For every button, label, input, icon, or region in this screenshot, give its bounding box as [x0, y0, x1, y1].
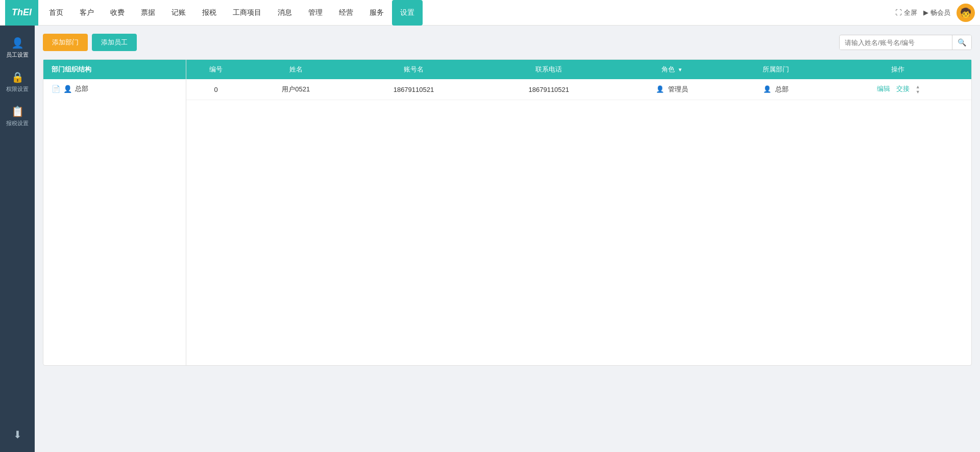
- sidebar-item-权限设置[interactable]: 🔒 权限设置: [0, 65, 35, 99]
- nav-items: 首页客户收费票据记账报税工商项目消息管理经营服务设置: [41, 0, 895, 26]
- download-icon: ⬇: [13, 429, 22, 441]
- logo: ThEI: [5, 0, 38, 26]
- col-header-role: 角色 ▼: [617, 60, 728, 79]
- member-icon: ▶: [923, 9, 928, 16]
- fullscreen-button[interactable]: ⛶ 全屏: [895, 8, 917, 17]
- nav-item-收费[interactable]: 收费: [102, 0, 133, 26]
- role-filter-icon[interactable]: ▼: [678, 67, 683, 73]
- user-icon: 👤: [63, 85, 72, 93]
- table-body: 0 用户0521 18679110521 18679110521: [186, 79, 971, 100]
- layout: 👤 员工设置 🔒 权限设置 📋 报税设置 ⬇ 添加部门 添加员工 🔍: [0, 26, 980, 452]
- col-header-dept: 所属部门: [728, 60, 824, 79]
- sidebar-item-报税设置[interactable]: 📋 报税设置: [0, 99, 35, 133]
- nav-item-经营[interactable]: 经营: [331, 0, 361, 26]
- col-header-action: 操作: [824, 60, 971, 79]
- col-header-name: 姓名: [246, 60, 346, 79]
- cell-role: 👤 管理员: [617, 79, 728, 100]
- search-button[interactable]: 🔍: [952, 35, 971, 50]
- col-header-id: 编号: [186, 60, 246, 79]
- nav-item-工商项目[interactable]: 工商项目: [225, 0, 270, 26]
- sidebar-icon: 🔒: [11, 71, 24, 83]
- sidebar-item-download[interactable]: ⬇: [13, 422, 22, 447]
- table-head: 编号 姓名 账号名 联系电话 角: [186, 60, 971, 79]
- avatar[interactable]: 🧒: [957, 4, 975, 22]
- nav-item-管理[interactable]: 管理: [300, 0, 331, 26]
- cell-phone: 18679110521: [481, 79, 617, 100]
- member-button[interactable]: ▶ 畅会员: [923, 8, 950, 17]
- edit-link[interactable]: 编辑: [877, 85, 890, 92]
- tree-item-root[interactable]: 📄 👤 总部: [43, 79, 186, 99]
- sidebar-icon: 📋: [11, 105, 24, 117]
- cell-dept: 👤 总部: [728, 79, 824, 100]
- search-box: 🔍: [839, 35, 972, 50]
- sidebar-item-label: 权限设置: [6, 85, 29, 93]
- tree-panel: 部门组织结构 📄 👤 总部: [43, 60, 186, 365]
- nav-item-首页[interactable]: 首页: [41, 0, 71, 26]
- sidebar-icon: 👤: [11, 37, 24, 49]
- nav-item-消息[interactable]: 消息: [270, 0, 300, 26]
- scroll-arrows: ▲ ▼: [916, 84, 920, 94]
- cell-action: 编辑 交接 ▲ ▼: [824, 79, 971, 100]
- sidebar: 👤 员工设置 🔒 权限设置 📋 报税设置 ⬇: [0, 26, 35, 452]
- top-nav: ThEI 首页客户收费票据记账报税工商项目消息管理经营服务设置 ⛶ 全屏 ▶ 畅…: [0, 0, 980, 26]
- sidebar-item-员工设置[interactable]: 👤 员工设置: [0, 31, 35, 65]
- dept-user-icon: 👤: [763, 85, 771, 93]
- fullscreen-icon: ⛶: [895, 9, 902, 16]
- content-panel: 部门组织结构 📄 👤 总部 编号: [43, 59, 972, 366]
- toolbar: 添加部门 添加员工 🔍: [43, 34, 972, 51]
- col-header-phone: 联系电话: [481, 60, 617, 79]
- add-dept-button[interactable]: 添加部门: [43, 34, 88, 51]
- sidebar-item-label: 员工设置: [6, 51, 29, 59]
- search-icon: 🔍: [958, 38, 966, 46]
- nav-item-记账[interactable]: 记账: [163, 0, 194, 26]
- nav-item-报税[interactable]: 报税: [194, 0, 225, 26]
- col-header-account: 账号名: [346, 60, 481, 79]
- main-content: 添加部门 添加员工 🔍 部门组织结构 📄 👤 总部: [35, 26, 980, 452]
- nav-item-票据[interactable]: 票据: [133, 0, 163, 26]
- nav-item-设置[interactable]: 设置: [392, 0, 423, 26]
- add-employee-button[interactable]: 添加员工: [92, 34, 137, 51]
- employee-table: 编号 姓名 账号名 联系电话 角: [186, 60, 971, 100]
- cell-name: 用户0521: [246, 79, 346, 100]
- nav-right: ⛶ 全屏 ▶ 畅会员 🧒: [895, 4, 975, 22]
- file-icon: 📄: [52, 85, 60, 93]
- cell-account: 18679110521: [346, 79, 481, 100]
- nav-item-客户[interactable]: 客户: [71, 0, 102, 26]
- search-input[interactable]: [840, 36, 952, 50]
- tree-header: 部门组织结构: [43, 60, 186, 79]
- sidebar-item-label: 报税设置: [6, 120, 29, 127]
- table-row: 0 用户0521 18679110521 18679110521: [186, 79, 971, 100]
- cell-id: 0: [186, 79, 246, 100]
- table-panel: 编号 姓名 账号名 联系电话 角: [186, 60, 971, 365]
- role-user-icon: 👤: [656, 85, 664, 93]
- nav-item-服务[interactable]: 服务: [361, 0, 392, 26]
- sidebar-bottom: ⬇: [13, 422, 22, 452]
- transfer-link[interactable]: 交接: [896, 85, 910, 92]
